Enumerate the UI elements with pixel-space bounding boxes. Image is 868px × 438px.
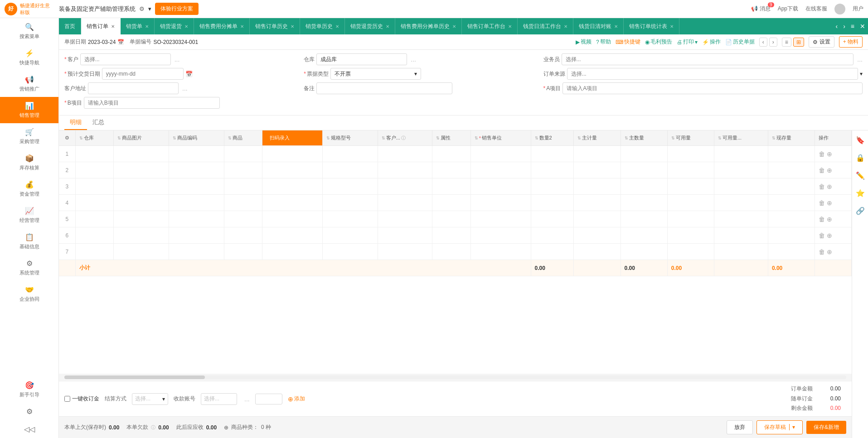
sidebar-item-quicknav[interactable]: ⚡ 快捷导航 <box>0 44 58 71</box>
tab-close-sales-invoice[interactable]: ✕ <box>145 24 149 29</box>
sidebar-item-marketing[interactable]: 📢 营销推广 <box>0 71 58 97</box>
add-material-button[interactable]: + 物料 <box>839 36 863 48</box>
row-6-delete-btn[interactable]: 🗑 <box>819 232 825 239</box>
auto-checkout-label[interactable]: 一键收订金 <box>64 395 99 403</box>
tab-close-sales-stats[interactable]: ✕ <box>670 24 674 29</box>
row-5-copy-btn[interactable]: ⊕ <box>827 216 832 223</box>
tab-close-expense-split[interactable]: ✕ <box>240 24 244 29</box>
col-product-code-header[interactable]: ⇅ 商品编码 <box>169 130 224 146</box>
tab-close-sales-order[interactable]: ✕ <box>111 24 115 29</box>
address-input[interactable] <box>88 82 179 94</box>
col-main-unit-header[interactable]: ⇅ 主计量 <box>574 130 621 146</box>
customer-dots[interactable]: ... <box>175 56 180 63</box>
row-1-main-qty[interactable] <box>621 146 667 162</box>
tab-invoice-history[interactable]: 销货单历史 ✕ <box>300 18 345 34</box>
b-project-input[interactable] <box>84 97 220 109</box>
payment-method-select[interactable]: 选择... ▾ <box>132 393 168 405</box>
col-main-qty-header[interactable]: ⇅ 主数量 <box>621 130 667 146</box>
row-2-copy-btn[interactable]: ⊕ <box>827 167 832 174</box>
col-warehouse-header[interactable]: ⇅ 仓库 <box>75 130 113 146</box>
tab-close-return-history[interactable]: ✕ <box>386 24 389 29</box>
discard-button[interactable]: 放弃 <box>727 420 753 434</box>
row-2-delete-btn[interactable]: 🗑 <box>819 167 825 174</box>
sidebar-item-guide[interactable]: 🎯 新手引导 <box>0 376 58 403</box>
notice-badge-area[interactable]: 📢 9 消息 <box>751 5 770 13</box>
col-product-header[interactable]: ⇅ 商品 <box>224 130 262 146</box>
a-project-input[interactable] <box>563 82 863 94</box>
row-1-stock[interactable] <box>768 146 815 162</box>
row-1-qty2[interactable] <box>531 146 574 162</box>
sidebar-item-basic-info[interactable]: 📋 基础信息 <box>0 228 58 255</box>
row-1-avail[interactable] <box>667 146 714 162</box>
row-1-spec[interactable] <box>322 146 378 162</box>
account-dots[interactable]: ... <box>244 395 250 403</box>
tab-sales-invoice[interactable]: 销货单 ✕ <box>121 18 155 34</box>
detail-tab-detail[interactable]: 明细 <box>64 116 87 130</box>
right-panel-bookmark-icon[interactable]: 🔖 <box>854 134 867 146</box>
row-3-delete-btn[interactable]: 🗑 <box>819 183 825 190</box>
col-spec-header[interactable]: ⇅ 规格型号 <box>322 130 378 146</box>
operate-link[interactable]: ⚡ 操作 <box>702 38 721 46</box>
tab-next-btn[interactable]: › <box>840 18 848 34</box>
tab-home[interactable]: 首页 <box>59 18 81 34</box>
sidebar-item-inventory[interactable]: 📦 库存核算 <box>0 149 58 176</box>
sidebar-item-finance[interactable]: 💰 资金管理 <box>0 176 58 202</box>
help-link[interactable]: ? 帮助 <box>596 38 611 46</box>
col-settings-icon[interactable]: ⚙ <box>65 135 69 141</box>
right-panel-link-icon[interactable]: 🔗 <box>854 205 867 217</box>
row-3-copy-btn[interactable]: ⊕ <box>827 183 832 190</box>
invoice-select[interactable]: 不开票 ▾ <box>330 68 421 80</box>
sidebar-item-sales[interactable]: 📊 销售管理 <box>0 97 58 123</box>
account-select[interactable]: 选择... <box>201 393 237 405</box>
next-record-btn[interactable]: › <box>769 38 777 47</box>
row-1-warehouse[interactable] <box>75 146 113 162</box>
sidebar-settings-btn[interactable]: ⚙ <box>0 403 58 420</box>
col-customer-header[interactable]: ⇅ 客户... ⓘ <box>378 130 432 146</box>
tab-close-cash-workbench[interactable]: ✕ <box>564 24 567 29</box>
order-source-input[interactable] <box>567 68 858 80</box>
sidebar-item-purchase[interactable]: 🛒 采购管理 <box>0 123 58 149</box>
solution-button[interactable]: 体验行业方案 <box>155 3 199 15</box>
auto-checkout-checkbox[interactable] <box>64 396 70 402</box>
table-container[interactable]: ⚙ ⇅ 仓库 <box>59 130 852 374</box>
tab-close-order-history[interactable]: ✕ <box>291 24 294 29</box>
row-7-delete-btn[interactable]: 🗑 <box>819 248 825 255</box>
right-panel-edit-icon[interactable]: ✏️ <box>854 169 867 182</box>
address-dots[interactable]: ... <box>182 85 188 92</box>
view-video-link[interactable]: ▶ 视频 <box>576 38 592 46</box>
sidebar-item-operations[interactable]: 📈 经营管理 <box>0 202 58 228</box>
customer-input[interactable] <box>80 53 171 65</box>
tab-more-btn[interactable]: ≡ <box>848 18 857 34</box>
tab-close-sales-return[interactable]: ✕ <box>184 24 188 29</box>
row-7-copy-btn[interactable]: ⊕ <box>827 248 832 255</box>
row-1-product[interactable] <box>224 146 262 162</box>
remark-input[interactable] <box>316 82 452 94</box>
warehouse-input[interactable] <box>316 53 407 65</box>
tab-sales-stats[interactable]: 销售订单统计表 ✕ <box>624 18 679 34</box>
staff-dots[interactable]: ... <box>857 56 863 63</box>
row-4-copy-btn[interactable]: ⊕ <box>827 199 832 207</box>
row-1-unit[interactable] <box>470 146 531 162</box>
scan-button[interactable]: 扫码录入 <box>266 133 293 143</box>
save-new-button[interactable]: 保存&新增 <box>806 421 846 434</box>
history-link[interactable]: 📄 历史单据 <box>725 38 755 46</box>
table-scrollbar[interactable] <box>64 375 846 379</box>
add-payment-btn[interactable]: ⊕ 添加 <box>288 395 305 403</box>
col-settings-header[interactable]: ⚙ <box>59 130 75 146</box>
tab-prev-btn[interactable]: ‹ <box>833 18 840 34</box>
payment-amount-input[interactable]: 0.00 <box>255 394 282 404</box>
col-product-image-header[interactable]: ⇅ 商品图片 <box>113 130 169 146</box>
col-qty2-header[interactable]: ⇅ 数量2 <box>531 130 574 146</box>
right-panel-star-icon[interactable]: ⭐ <box>854 187 867 199</box>
tab-close-expense-history[interactable]: ✕ <box>452 24 456 29</box>
row-1-copy-btn[interactable]: ⊕ <box>827 150 832 158</box>
detail-tab-summary[interactable]: 汇总 <box>87 116 110 130</box>
sidebar-item-system[interactable]: ⚙ 系统管理 <box>0 255 58 281</box>
row-1-attr[interactable] <box>432 146 470 162</box>
system-gear-icon[interactable]: ⚙ <box>139 5 145 12</box>
calendar-icon[interactable]: 📅 <box>117 39 124 45</box>
row-4-delete-btn[interactable]: 🗑 <box>819 199 825 207</box>
tab-sales-return[interactable]: 销货退货 ✕ <box>155 18 194 34</box>
right-panel-lock-icon[interactable]: 🔒 <box>854 152 867 164</box>
sidebar-item-search[interactable]: 🔍 搜索菜单 <box>0 18 58 44</box>
